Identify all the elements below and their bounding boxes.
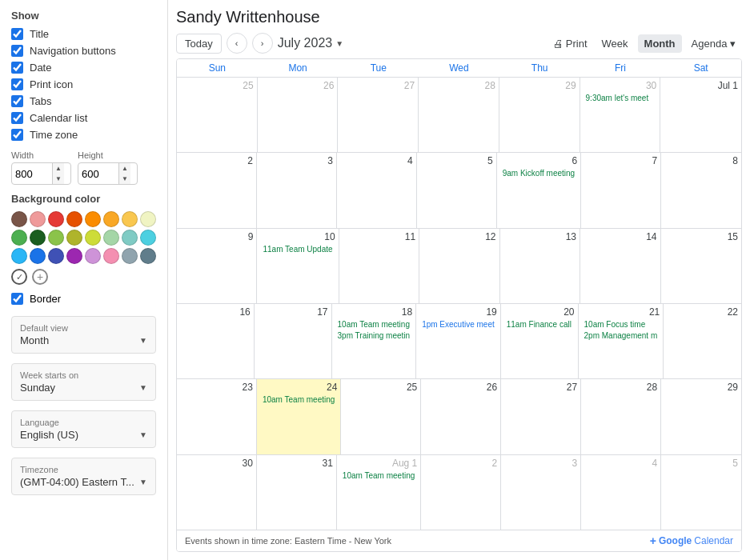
color-swatch-14[interactable] xyxy=(122,230,138,246)
color-swatch-13[interactable] xyxy=(103,230,119,246)
cal-cell-0-0[interactable]: 25 xyxy=(177,78,258,152)
cal-cell-0-2[interactable]: 27 xyxy=(338,78,419,152)
event-3-2-1[interactable]: 3pm Training meetin xyxy=(335,330,413,341)
language-field[interactable]: Language English (US) ▼ xyxy=(11,410,156,448)
height-up[interactable]: ▲ xyxy=(119,163,130,174)
event-5-2-0[interactable]: 10am Team meeting xyxy=(340,470,417,481)
today-button[interactable]: Today xyxy=(176,34,222,54)
color-swatch-20[interactable] xyxy=(85,248,101,264)
cal-cell-4-0[interactable]: 23 xyxy=(177,379,257,454)
checkbox-print-icon[interactable] xyxy=(11,78,23,90)
prev-button[interactable]: ‹ xyxy=(227,33,247,54)
week-starts-field[interactable]: Week starts on Sunday ▼ xyxy=(11,363,156,401)
next-button[interactable]: › xyxy=(252,33,273,54)
cal-cell-3-2[interactable]: 1810am Team meeting3pm Training meetin xyxy=(332,304,417,378)
color-swatch-2[interactable] xyxy=(48,211,64,227)
print-button[interactable]: 🖨 Print xyxy=(548,34,592,53)
cal-cell-1-2[interactable]: 4 xyxy=(337,153,417,227)
cal-cell-4-6[interactable]: 29 xyxy=(661,379,741,454)
color-swatch-12[interactable] xyxy=(85,230,101,246)
checkbox-title[interactable] xyxy=(11,28,23,40)
google-calendar-badge[interactable]: + GoogleCalendar xyxy=(650,534,733,547)
cal-cell-4-2[interactable]: 25 xyxy=(341,379,421,454)
cal-cell-2-5[interactable]: 14 xyxy=(580,229,660,303)
color-swatch-3[interactable] xyxy=(66,211,82,227)
color-swatch-17[interactable] xyxy=(30,248,46,264)
cal-cell-0-5[interactable]: 309:30am let's meet xyxy=(580,78,661,152)
agenda-view-button[interactable]: Agenda ▾ xyxy=(685,34,742,53)
color-swatch-19[interactable] xyxy=(66,248,82,264)
cal-cell-0-3[interactable]: 28 xyxy=(419,78,499,152)
cal-cell-2-0[interactable]: 9 xyxy=(177,229,257,303)
cal-cell-5-0[interactable]: 30 xyxy=(177,455,257,530)
width-up[interactable]: ▲ xyxy=(53,163,64,174)
border-checkbox[interactable] xyxy=(11,293,23,305)
event-3-2-0[interactable]: 10am Team meeting xyxy=(335,319,413,330)
month-dropdown-arrow[interactable]: ▼ xyxy=(335,39,343,48)
cal-cell-0-1[interactable]: 26 xyxy=(258,78,339,152)
color-swatch-6[interactable] xyxy=(122,211,138,227)
event-0-5-0[interactable]: 9:30am let's meet xyxy=(584,93,657,103)
event-3-5-0[interactable]: 10am Focus time xyxy=(582,319,660,330)
cal-cell-3-4[interactable]: 2011am Finance call xyxy=(501,304,579,378)
cal-cell-1-5[interactable]: 7 xyxy=(581,153,661,227)
checkbox-date[interactable] xyxy=(11,62,23,74)
cal-cell-0-4[interactable]: 29 xyxy=(499,78,580,152)
checkbox-calendar-list[interactable] xyxy=(11,112,23,124)
color-swatch-7[interactable] xyxy=(140,211,156,227)
cal-cell-5-1[interactable]: 31 xyxy=(257,455,337,530)
color-swatch-0[interactable] xyxy=(11,211,27,227)
check-circle-btn[interactable]: ✓ xyxy=(11,269,27,285)
cal-cell-5-3[interactable]: 2 xyxy=(421,455,501,530)
checkbox-tabs[interactable] xyxy=(11,95,23,107)
cal-cell-4-4[interactable]: 27 xyxy=(501,379,581,454)
color-swatch-4[interactable] xyxy=(85,211,101,227)
width-input[interactable] xyxy=(12,166,52,182)
height-down[interactable]: ▼ xyxy=(119,174,130,184)
cal-cell-3-0[interactable]: 16 xyxy=(177,304,255,378)
event-2-1-0[interactable]: 11am Team Update xyxy=(260,244,335,254)
cal-cell-3-3[interactable]: 191pm Executive meet xyxy=(416,304,501,378)
cal-cell-0-6[interactable]: Jul 1 xyxy=(660,78,741,152)
add-color-btn[interactable]: + xyxy=(32,269,48,285)
cal-cell-3-6[interactable]: 22 xyxy=(664,304,741,378)
cal-cell-2-1[interactable]: 1011am Team Update xyxy=(257,229,339,303)
month-view-button[interactable]: Month xyxy=(638,34,682,53)
color-swatch-21[interactable] xyxy=(103,248,119,264)
cal-cell-2-2[interactable]: 11 xyxy=(339,229,419,303)
width-down[interactable]: ▼ xyxy=(53,174,64,184)
event-3-3-0[interactable]: 1pm Executive meet xyxy=(419,319,497,330)
timezone-field[interactable]: Timezone (GMT-04:00) Eastern T... ▼ xyxy=(11,458,156,495)
color-swatch-22[interactable] xyxy=(122,248,138,264)
cal-cell-5-5[interactable]: 4 xyxy=(581,455,661,530)
event-4-1-0[interactable]: 10am Team meeting xyxy=(260,394,337,405)
cal-cell-1-0[interactable]: 2 xyxy=(177,153,257,227)
checkbox-time-zone[interactable] xyxy=(11,129,23,141)
color-swatch-1[interactable] xyxy=(30,211,46,227)
color-swatch-5[interactable] xyxy=(103,211,119,227)
cal-cell-4-3[interactable]: 26 xyxy=(421,379,501,454)
cal-cell-1-3[interactable]: 5 xyxy=(417,153,497,227)
event-3-4-0[interactable]: 11am Finance call xyxy=(504,319,575,330)
event-1-4-0[interactable]: 9am Kickoff meeting xyxy=(500,168,577,178)
color-swatch-10[interactable] xyxy=(48,230,64,246)
cal-cell-5-2[interactable]: Aug 110am Team meeting xyxy=(337,455,421,530)
cal-cell-5-4[interactable]: 3 xyxy=(501,455,581,530)
cal-cell-5-6[interactable]: 5 xyxy=(661,455,741,530)
color-swatch-9[interactable] xyxy=(30,230,46,246)
height-input[interactable] xyxy=(78,166,118,182)
cal-cell-2-6[interactable]: 15 xyxy=(661,229,741,303)
cal-cell-1-6[interactable]: 8 xyxy=(661,153,741,227)
cal-cell-4-1[interactable]: 2410am Team meeting xyxy=(257,379,341,454)
cal-cell-3-5[interactable]: 2110am Focus time2pm Management m xyxy=(579,304,664,378)
event-3-5-1[interactable]: 2pm Management m xyxy=(582,330,660,341)
checkbox-nav-buttons[interactable] xyxy=(11,45,23,57)
color-swatch-8[interactable] xyxy=(11,230,27,246)
cal-cell-3-1[interactable]: 17 xyxy=(255,304,332,378)
cal-cell-1-1[interactable]: 3 xyxy=(257,153,337,227)
cal-cell-1-4[interactable]: 69am Kickoff meeting xyxy=(497,153,581,227)
cal-cell-4-5[interactable]: 28 xyxy=(581,379,661,454)
color-swatch-18[interactable] xyxy=(48,248,64,264)
color-swatch-23[interactable] xyxy=(140,248,156,264)
default-view-field[interactable]: Default view Month ▼ xyxy=(11,316,156,354)
